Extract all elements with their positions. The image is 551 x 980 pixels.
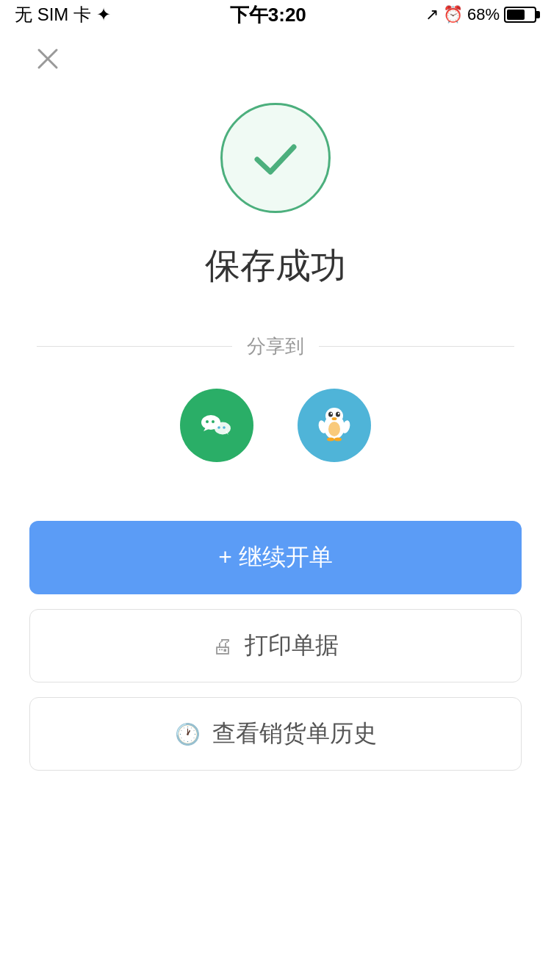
status-left: 无 SIM 卡 ✦	[15, 3, 111, 26]
svg-point-7	[223, 426, 226, 429]
success-title: 保存成功	[205, 242, 346, 289]
history-button[interactable]: 🕐 查看销货单历史	[29, 697, 522, 771]
status-time: 下午3:20	[230, 2, 306, 28]
print-label: 打印单据	[245, 630, 339, 662]
svg-point-20	[327, 438, 334, 442]
svg-point-11	[325, 408, 343, 424]
svg-point-14	[331, 413, 332, 414]
battery-percent: 68%	[467, 5, 500, 24]
status-bar: 无 SIM 卡 ✦ 下午3:20 ↗ ⏰ 68%	[0, 0, 551, 29]
history-label: 查看销货单历史	[212, 718, 377, 750]
location-icon: ↗	[425, 5, 439, 24]
share-label: 分享到	[247, 334, 304, 359]
checkmark-icon	[250, 132, 301, 184]
svg-point-3	[215, 422, 231, 435]
close-icon	[37, 48, 59, 70]
share-icons	[37, 389, 514, 462]
print-button[interactable]: 🖨 打印单据	[29, 609, 522, 682]
print-icon: 🖨	[212, 634, 233, 658]
svg-point-15	[338, 413, 339, 414]
action-buttons: + 继续开单 🖨 打印单据 🕐 查看销货单历史	[0, 521, 551, 771]
main-content: 保存成功 分享到	[0, 29, 551, 771]
success-circle	[220, 103, 331, 213]
share-section: 分享到	[0, 334, 551, 462]
svg-point-17	[328, 422, 340, 436]
svg-point-4	[206, 420, 209, 423]
close-button[interactable]	[29, 40, 66, 77]
svg-point-6	[217, 426, 220, 429]
svg-point-21	[334, 438, 342, 442]
svg-point-16	[332, 417, 337, 420]
wechat-share-button[interactable]	[180, 389, 253, 462]
history-icon: 🕐	[175, 722, 201, 746]
svg-point-5	[212, 420, 215, 423]
battery-fill	[507, 10, 525, 20]
continue-button[interactable]: + 继续开单	[29, 521, 522, 594]
share-divider: 分享到	[37, 334, 514, 359]
sim-status: 无 SIM 卡 ✦	[15, 3, 111, 26]
qq-share-button[interactable]	[298, 389, 371, 462]
wechat-icon	[196, 405, 237, 446]
alarm-icon: ⏰	[443, 5, 463, 24]
battery-icon	[504, 7, 536, 23]
qq-icon	[314, 405, 355, 446]
status-right: ↗ ⏰ 68%	[425, 5, 536, 24]
svg-point-12	[328, 412, 333, 417]
svg-point-13	[336, 412, 340, 417]
